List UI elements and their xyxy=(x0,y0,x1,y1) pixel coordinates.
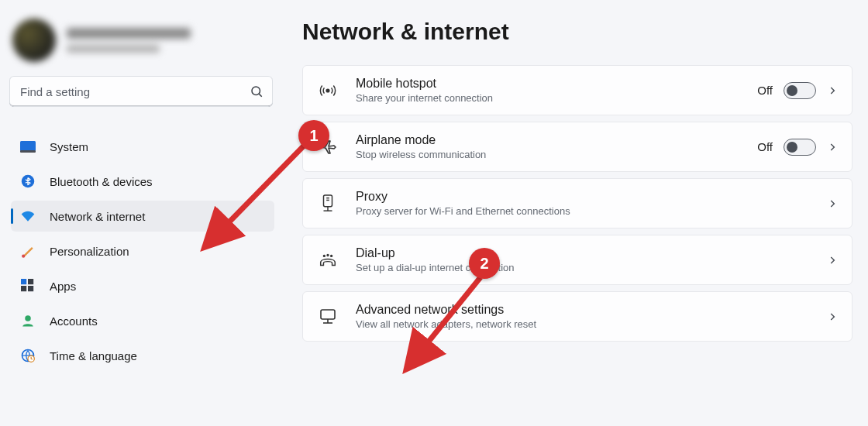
toggle-switch[interactable] xyxy=(784,82,816,99)
sidebar-item-network[interactable]: Network & internet xyxy=(11,201,274,232)
airplane-icon xyxy=(317,136,339,158)
sidebar-item-time-language[interactable]: Time & language xyxy=(11,340,274,371)
sidebar-item-label: Accounts xyxy=(50,314,98,328)
hotspot-icon xyxy=(317,80,339,101)
profile-block[interactable] xyxy=(6,9,279,76)
wifi-icon xyxy=(20,208,36,224)
page-title: Network & internet xyxy=(302,19,852,45)
sidebar-item-label: Bluetooth & devices xyxy=(50,175,153,188)
card-mobile-hotspot[interactable]: Mobile hotspot Share your internet conne… xyxy=(302,65,852,115)
sidebar-item-apps[interactable]: Apps xyxy=(11,270,274,301)
sidebar-item-label: Personalization xyxy=(50,245,129,258)
svg-line-1 xyxy=(259,94,261,96)
search-input[interactable] xyxy=(9,76,273,107)
svg-point-21 xyxy=(327,254,329,256)
toggle-switch[interactable] xyxy=(784,139,816,156)
card-desc: Proxy server for Wi-Fi and Ethernet conn… xyxy=(356,205,810,217)
svg-point-5 xyxy=(22,255,25,258)
svg-rect-15 xyxy=(324,195,332,207)
sidebar: System Bluetooth & devices Network & int… xyxy=(0,0,287,426)
profile-text xyxy=(67,28,191,53)
apps-icon xyxy=(20,278,36,294)
accounts-icon xyxy=(20,313,36,328)
svg-point-14 xyxy=(326,89,329,92)
svg-point-0 xyxy=(252,87,260,95)
card-title: Airplane mode xyxy=(356,133,740,147)
proxy-icon xyxy=(317,193,339,215)
card-title: Mobile hotspot xyxy=(356,77,740,91)
card-title: Advanced network settings xyxy=(356,303,810,317)
bluetooth-icon xyxy=(20,173,36,189)
settings-card-list: Mobile hotspot Share your internet conne… xyxy=(302,65,852,345)
sidebar-item-accounts[interactable]: Accounts xyxy=(11,305,274,336)
sidebar-item-system[interactable]: System xyxy=(11,131,274,162)
card-proxy[interactable]: Proxy Proxy server for Wi-Fi and Etherne… xyxy=(302,178,852,228)
toggle-state-label: Off xyxy=(757,84,773,97)
chevron-right-icon xyxy=(827,255,838,266)
svg-point-22 xyxy=(331,255,332,256)
card-title: Proxy xyxy=(356,190,810,204)
card-advanced-network[interactable]: Advanced network settings View all netwo… xyxy=(302,291,852,342)
card-desc: Share your internet connection xyxy=(356,92,740,104)
search-icon xyxy=(250,84,264,98)
sidebar-nav: System Bluetooth & devices Network & int… xyxy=(6,127,279,375)
svg-rect-6 xyxy=(21,279,26,284)
dialup-icon xyxy=(317,249,339,271)
svg-point-20 xyxy=(323,255,325,256)
sidebar-item-personalization[interactable]: Personalization xyxy=(11,235,274,266)
svg-rect-8 xyxy=(21,286,26,291)
system-icon xyxy=(20,139,36,154)
paintbrush-icon xyxy=(20,243,36,259)
card-desc: Set up a dial-up internet connection xyxy=(356,262,810,273)
main-content: Network & internet Mobile hotspot Share … xyxy=(287,0,868,426)
globe-clock-icon xyxy=(20,348,36,363)
svg-rect-23 xyxy=(321,310,335,319)
sidebar-item-label: Time & language xyxy=(50,349,137,362)
sidebar-item-bluetooth[interactable]: Bluetooth & devices xyxy=(11,166,274,197)
search-field[interactable] xyxy=(9,76,273,107)
sidebar-item-label: Apps xyxy=(50,280,76,293)
sidebar-item-label: Network & internet xyxy=(50,210,145,223)
svg-rect-7 xyxy=(28,279,33,284)
chevron-right-icon xyxy=(827,142,838,153)
card-airplane-mode[interactable]: Airplane mode Stop wireless communicatio… xyxy=(302,122,852,172)
chevron-right-icon xyxy=(827,311,838,322)
card-desc: View all network adapters, network reset xyxy=(356,318,810,330)
chevron-right-icon xyxy=(827,85,838,96)
card-desc: Stop wireless communication xyxy=(356,149,740,160)
card-title: Dial-up xyxy=(356,246,810,260)
toggle-state-label: Off xyxy=(757,140,773,153)
svg-rect-9 xyxy=(28,286,33,291)
network-advanced-icon xyxy=(317,306,339,328)
chevron-right-icon xyxy=(827,198,838,209)
card-dial-up[interactable]: Dial-up Set up a dial-up internet connec… xyxy=(302,235,852,285)
svg-rect-2 xyxy=(20,141,36,151)
avatar[interactable] xyxy=(12,19,56,62)
sidebar-item-label: System xyxy=(50,140,88,153)
svg-point-10 xyxy=(25,315,31,321)
svg-rect-3 xyxy=(20,150,36,153)
